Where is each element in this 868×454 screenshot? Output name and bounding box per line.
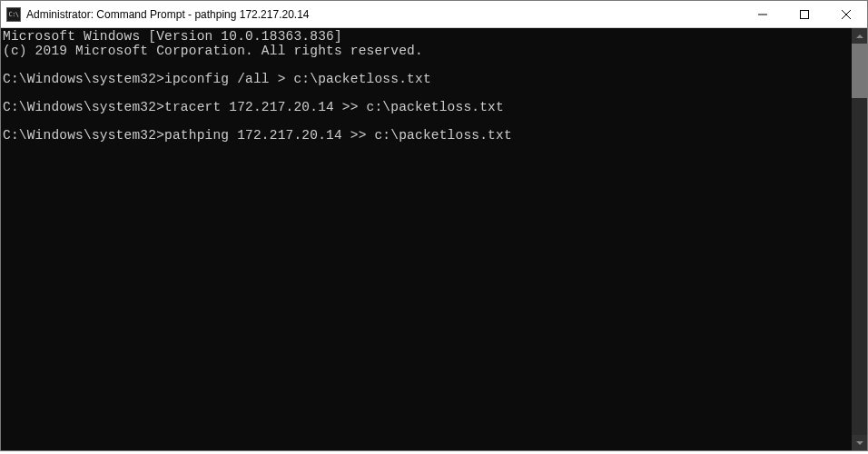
scroll-up-button[interactable] (852, 28, 867, 44)
command-1: ipconfig /all > c:\packetloss.txt (164, 72, 431, 86)
version-line: Microsoft Windows [Version 10.0.18363.83… (3, 29, 342, 44)
vertical-scrollbar[interactable] (852, 28, 867, 450)
titlebar[interactable]: C:\ Administrator: Command Prompt - path… (1, 1, 867, 28)
chevron-down-icon (856, 441, 863, 445)
prompt: C:\Windows\system32> (3, 100, 164, 114)
cmd-app-icon: C:\ (6, 7, 21, 22)
close-icon (842, 10, 851, 19)
prompt: C:\Windows\system32> (3, 72, 164, 86)
minimize-button[interactable] (742, 1, 784, 27)
scroll-thumb[interactable] (852, 44, 867, 98)
copyright-line: (c) 2019 Microsoft Corporation. All righ… (3, 44, 423, 58)
maximize-icon (800, 10, 809, 19)
maximize-button[interactable] (784, 1, 825, 27)
close-button[interactable] (825, 1, 867, 27)
scroll-down-button[interactable] (852, 435, 867, 450)
prompt: C:\Windows\system32> (3, 128, 164, 143)
minimize-icon (758, 10, 767, 19)
window-title: Administrator: Command Prompt - pathping… (26, 8, 742, 21)
command-2: tracert 172.217.20.14 >> c:\packetloss.t… (164, 100, 504, 114)
command-3: pathping 172.217.20.14 >> c:\packetloss.… (164, 128, 512, 143)
terminal-output[interactable]: Microsoft Windows [Version 10.0.18363.83… (1, 28, 852, 450)
svg-rect-1 (801, 10, 809, 18)
window-controls (742, 1, 867, 27)
chevron-up-icon (856, 35, 863, 38)
command-prompt-window: C:\ Administrator: Command Prompt - path… (0, 0, 868, 451)
terminal-area: Microsoft Windows [Version 10.0.18363.83… (1, 28, 867, 450)
